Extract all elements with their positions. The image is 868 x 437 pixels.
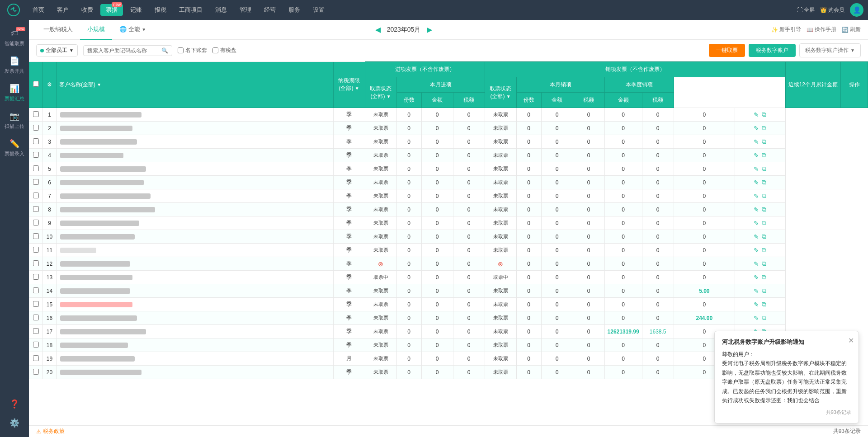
nav-business[interactable]: 工商项目 (174, 4, 208, 16)
nav-operation[interactable]: 经营 (259, 4, 281, 16)
row-client-name[interactable]: ██████████████ (57, 298, 334, 311)
row-checkbox[interactable] (33, 328, 39, 334)
row-checkbox[interactable] (33, 193, 39, 198)
nav-service[interactable]: 服务 (283, 4, 306, 16)
manual-button[interactable]: 📖 操作手册 (807, 26, 836, 33)
sidebar-item-help[interactable]: ❓ (7, 395, 22, 414)
sidebar-item-scan[interactable]: 📷 扫描上传 (0, 107, 29, 134)
row-client-name[interactable]: ██████████████ (57, 189, 334, 203)
sidebar-item-smart-ticket[interactable]: 🏷 智能取票 new (0, 24, 29, 52)
row-client-name[interactable]: ██████████████ (57, 352, 334, 366)
nav-home[interactable]: 首页 (27, 4, 50, 16)
row-checkbox[interactable] (33, 206, 39, 212)
copy-icon[interactable]: ⧉ (762, 165, 766, 173)
copy-icon[interactable]: ⧉ (762, 138, 766, 146)
copy-icon[interactable]: ⧉ (762, 301, 766, 308)
row-checkbox[interactable] (33, 342, 39, 348)
row-client-name[interactable]: ██████████████ (57, 135, 334, 149)
row-checkbox[interactable] (33, 152, 39, 158)
copy-icon[interactable]: ⧉ (762, 246, 766, 254)
nav-settings[interactable]: 设置 (307, 4, 330, 16)
popup-close-button[interactable]: ✕ (848, 335, 854, 347)
edit-icon[interactable]: ✎ (754, 233, 759, 240)
edit-icon[interactable]: ✎ (754, 193, 759, 200)
checkbox-my-accounts[interactable]: 名下账套 (178, 47, 207, 54)
row-client-name[interactable]: ██████████████ (57, 257, 334, 271)
tab-small-scale[interactable]: 小规模 (80, 20, 112, 40)
employee-select[interactable]: 全部员工 ▼ (36, 44, 78, 56)
search-icon[interactable]: 🔍 (161, 47, 168, 54)
row-client-name[interactable]: ██████████████ (57, 338, 334, 352)
row-checkbox[interactable] (33, 165, 39, 171)
row-checkbox[interactable] (33, 179, 39, 185)
copy-icon[interactable]: ⧉ (762, 124, 766, 132)
row-client-name[interactable]: ██████████████ (57, 284, 334, 298)
search-input[interactable] (87, 47, 160, 54)
next-month-button[interactable]: ▶ (424, 24, 435, 35)
prev-month-button[interactable]: ◀ (373, 24, 383, 35)
tax-digital-account-button[interactable]: 税务数字账户 (749, 44, 796, 57)
row-client-name[interactable]: ██████████████ (57, 108, 334, 122)
edit-icon[interactable]: ✎ (754, 274, 759, 281)
nav-account[interactable]: 记账 (125, 4, 147, 16)
row-client-name[interactable]: ██████████████ (57, 325, 334, 338)
user-avatar[interactable]: 👤 (850, 3, 863, 17)
copy-icon[interactable]: ⧉ (762, 260, 766, 268)
nav-message[interactable]: 消息 (210, 4, 232, 16)
sidebar-item-config[interactable]: ⚙️ (7, 414, 22, 432)
row-client-name[interactable]: ██████████████ (57, 230, 334, 244)
tab-general-taxpayer[interactable]: 一般纳税人 (36, 20, 80, 40)
row-client-name[interactable]: ██████████████ (57, 162, 334, 176)
row-client-name[interactable]: ██████████████ (57, 216, 334, 230)
refresh-button[interactable]: 🔄 刷新 (842, 26, 861, 33)
tab-all[interactable]: 🌐 全能 ▼ (112, 20, 153, 40)
row-checkbox[interactable] (33, 125, 39, 131)
row-client-name[interactable]: ██████████████ (57, 149, 334, 162)
row-checkbox[interactable] (33, 287, 39, 293)
row-client-name[interactable]: ██████████████ (57, 244, 334, 257)
row-client-name[interactable]: ██████████████ (57, 311, 334, 325)
row-checkbox[interactable] (33, 233, 39, 239)
copy-icon[interactable]: ⧉ (762, 273, 766, 281)
edit-icon[interactable]: ✎ (754, 152, 759, 159)
copy-icon[interactable]: ⧉ (762, 287, 766, 295)
row-checkbox[interactable] (33, 247, 39, 253)
edit-icon[interactable]: ✎ (754, 315, 759, 322)
edit-icon[interactable]: ✎ (754, 111, 759, 118)
edit-icon[interactable]: ✎ (754, 247, 759, 254)
copy-icon[interactable]: ⧉ (762, 179, 766, 186)
guide-button[interactable]: ✨ 新手引导 (771, 26, 801, 33)
row-checkbox[interactable] (33, 301, 39, 307)
edit-icon[interactable]: ✎ (754, 138, 759, 146)
edit-icon[interactable]: ✎ (754, 125, 759, 132)
row-checkbox[interactable] (33, 138, 39, 144)
edit-icon[interactable]: ✎ (754, 165, 759, 173)
row-client-name[interactable]: ██████████████ (57, 122, 334, 135)
row-client-name[interactable]: ██████████████ (57, 203, 334, 216)
copy-icon[interactable]: ⧉ (762, 151, 766, 159)
row-client-name[interactable]: ██████████████ (57, 271, 334, 284)
edit-icon[interactable]: ✎ (754, 179, 759, 186)
copy-icon[interactable]: ⧉ (762, 206, 766, 213)
row-client-name[interactable]: ██████████████ (57, 366, 334, 379)
sidebar-item-entry[interactable]: ✏️ 票据录入 (0, 134, 29, 162)
row-client-name[interactable]: ██████████████ (57, 176, 334, 189)
sidebar-item-summary[interactable]: 📊 票据汇总 (0, 79, 29, 107)
sidebar-item-issue-ticket[interactable]: 📄 发票开具 (0, 52, 29, 79)
checkbox-has-tax-disk[interactable]: 有税盘 (212, 47, 236, 54)
edit-icon[interactable]: ✎ (754, 287, 759, 295)
row-checkbox[interactable] (33, 274, 39, 280)
one-click-ticket-button[interactable]: 一键取票 (709, 44, 745, 57)
vip-button[interactable]: 👑 购会员 (820, 6, 844, 14)
my-accounts-checkbox[interactable] (178, 47, 184, 53)
nav-client[interactable]: 客户 (52, 4, 74, 16)
status-text[interactable]: 税务政策 (43, 428, 65, 435)
select-all-checkbox[interactable] (33, 81, 39, 87)
row-checkbox[interactable] (33, 369, 39, 375)
copy-icon[interactable]: ⧉ (762, 233, 766, 240)
tax-digital-account-ops-button[interactable]: 税务数字账户操作 ▼ (799, 43, 861, 57)
edit-icon[interactable]: ✎ (754, 301, 759, 308)
copy-icon[interactable]: ⧉ (762, 111, 766, 118)
nav-fee[interactable]: 收费 (76, 4, 99, 16)
fullscreen-button[interactable]: ⛶ 全屏 (797, 6, 815, 14)
